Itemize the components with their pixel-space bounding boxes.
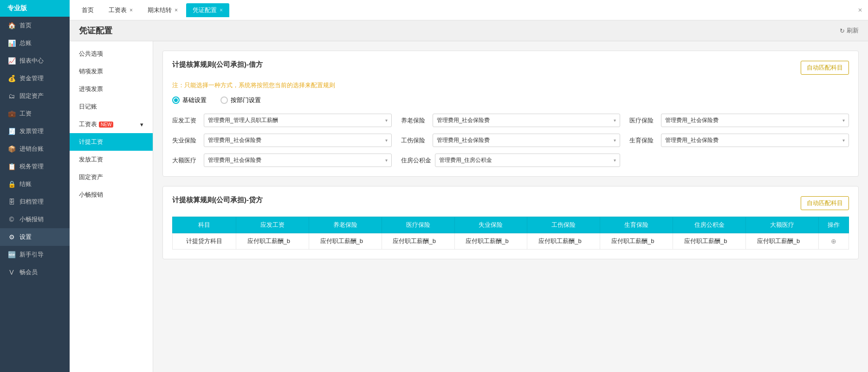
radio-dept-label: 按部门设置 bbox=[231, 96, 261, 104]
cell-value[interactable]: 应付职工薪酬_b bbox=[673, 233, 746, 250]
debit-form-row2: 失业保险 管理费用_社会保险费 ▾ 工伤保险 管理费用_社会保险费 ▾ bbox=[172, 134, 849, 147]
select-sybx[interactable]: 管理费用_社会保险费 ▾ bbox=[204, 134, 392, 147]
cell-value[interactable]: 应付职工薪酬_b bbox=[746, 233, 819, 250]
select-ylbx[interactable]: 管理费用_社会保险费 ▾ bbox=[433, 114, 621, 127]
sidebar-icon-assets: 🗂 bbox=[7, 92, 16, 100]
sidebar-item-member[interactable]: V畅会员 bbox=[0, 263, 70, 281]
left-nav-item-pay_salary[interactable]: 发放工资 bbox=[70, 151, 153, 168]
sidebar-item-tax[interactable]: 📋税务管理 bbox=[0, 158, 70, 175]
debit-section: 计提核算规则(公司承担)-借方 自动匹配科目 注：只能选择一种方式，系统将按照您… bbox=[162, 51, 859, 177]
sidebar-item-purchase[interactable]: 📦进销台账 bbox=[0, 140, 70, 158]
tab-label-period: 期末结转 bbox=[148, 6, 172, 14]
credit-title: 计提核算规则(公司承担)-贷方 bbox=[172, 196, 263, 205]
cell-value[interactable]: 应付职工薪酬_b bbox=[527, 233, 600, 250]
left-nav-item-sales[interactable]: 销项发票 bbox=[70, 63, 153, 80]
left-nav-item-fixed_assets[interactable]: 固定资产 bbox=[70, 168, 153, 186]
sidebar-label-settings: 设置 bbox=[19, 233, 32, 241]
sidebar-label-finance: 资金管理 bbox=[19, 74, 44, 83]
left-nav-item-salary_table[interactable]: 工资表NEW▾ bbox=[70, 115, 153, 133]
tab-close-period[interactable]: × bbox=[175, 7, 178, 13]
label-ylbx: 养老保险 bbox=[401, 116, 429, 125]
select-ylbx2[interactable]: 管理费用_社会保险费 ▾ bbox=[661, 114, 849, 127]
main-content: 计提核算规则(公司承担)-借方 自动匹配科目 注：只能选择一种方式，系统将按照您… bbox=[153, 41, 868, 372]
select-gsbx[interactable]: 管理费用_社会保险费 ▾ bbox=[433, 134, 621, 147]
select-sybx2[interactable]: 管理费用_社会保险费 ▾ bbox=[661, 134, 849, 147]
sidebar-item-report[interactable]: 📈报表中心 bbox=[0, 52, 70, 70]
select-dayl[interactable]: 管理费用_社会保险费 ▾ bbox=[204, 154, 392, 167]
edit-icon[interactable]: ⊕ bbox=[831, 237, 836, 245]
label-gsbx: 工伤保险 bbox=[401, 136, 429, 145]
col-header: 医疗保险 bbox=[382, 217, 454, 233]
sidebar-label-home: 首页 bbox=[19, 21, 32, 30]
col-header: 住房公积金 bbox=[673, 217, 746, 233]
sidebar-item-ledger[interactable]: 📊总账 bbox=[0, 34, 70, 52]
radio-basic[interactable]: 基础设置 bbox=[172, 96, 207, 104]
tab-home[interactable]: 首页 bbox=[75, 3, 100, 17]
tab-period[interactable]: 期末结转× bbox=[141, 3, 184, 17]
sidebar-label-tax: 税务管理 bbox=[19, 162, 44, 171]
tab-salary[interactable]: 工资表× bbox=[102, 3, 139, 17]
sidebar-icon-member: V bbox=[7, 269, 16, 276]
brand-label: 专业版 bbox=[0, 0, 70, 17]
cell-value[interactable]: 应付职工薪酬_b bbox=[309, 233, 382, 250]
label-zfgjj: 住房公积金 bbox=[401, 156, 431, 165]
tab-label-voucher: 凭证配置 bbox=[193, 6, 217, 14]
sidebar-item-finance[interactable]: 💰资金管理 bbox=[0, 70, 70, 87]
table-row: 计提贷方科目应付职工薪酬_b应付职工薪酬_b应付职工薪酬_b应付职工薪酬_b应付… bbox=[173, 233, 849, 250]
field-sybx2: 生育保险 管理费用_社会保险费 ▾ bbox=[629, 134, 849, 147]
col-header: 大额医疗 bbox=[746, 217, 819, 233]
sidebar-label-guide: 新手引导 bbox=[19, 250, 44, 259]
sidebar-item-home[interactable]: 🏠首页 bbox=[0, 17, 70, 34]
cell-value[interactable]: 应付职工薪酬_b bbox=[600, 233, 673, 250]
sidebar-item-closing[interactable]: 🔒结账 bbox=[0, 175, 70, 193]
sidebar-icon-salary: 💼 bbox=[7, 110, 16, 117]
label-dayl: 大额医疗 bbox=[172, 156, 200, 165]
radio-dept[interactable]: 按部门设置 bbox=[220, 96, 261, 104]
cell-text: 应付职工薪酬_b bbox=[751, 237, 806, 245]
left-nav-item-journal[interactable]: 日记账 bbox=[70, 98, 153, 115]
tab-close-voucher[interactable]: × bbox=[220, 7, 223, 13]
sidebar-label-ledger: 总账 bbox=[19, 39, 32, 47]
sidebar-item-archive[interactable]: 🗄归档管理 bbox=[0, 193, 70, 211]
tab-label-home: 首页 bbox=[82, 6, 94, 14]
left-nav-item-purchase_inv[interactable]: 进项发票 bbox=[70, 80, 153, 98]
tab-voucher[interactable]: 凭证配置× bbox=[186, 3, 229, 17]
radio-basic-circle bbox=[172, 96, 180, 104]
sidebar-icon-guide: 🆕 bbox=[7, 251, 16, 258]
sidebar-item-settings[interactable]: ⚙设置 bbox=[0, 228, 70, 246]
left-nav-item-public[interactable]: 公共选项 bbox=[70, 45, 153, 63]
sidebar-label-invoice: 发票管理 bbox=[19, 127, 44, 135]
cell-operation[interactable]: ⊕ bbox=[819, 233, 849, 250]
sidebar-label-salary: 工资 bbox=[19, 109, 32, 118]
cell-value[interactable]: 应付职工薪酬_b bbox=[454, 233, 527, 250]
sidebar-label-assets: 固定资产 bbox=[19, 92, 44, 100]
label-sybx2: 生育保险 bbox=[629, 136, 657, 145]
debit-radio-group: 基础设置 按部门设置 bbox=[172, 96, 849, 104]
sidebar-item-guide[interactable]: 🆕新手引导 bbox=[0, 246, 70, 263]
sidebar-item-assets[interactable]: 🗂固定资产 bbox=[0, 87, 70, 105]
left-nav-label-pay_salary: 发放工资 bbox=[79, 155, 103, 164]
cell-value[interactable]: 应付职工薪酬_b bbox=[236, 233, 309, 250]
left-nav-item-calc_salary[interactable]: 计提工资 bbox=[70, 133, 153, 151]
sidebar-item-salary[interactable]: 💼工资 bbox=[0, 105, 70, 122]
cell-value[interactable]: 应付职工薪酬_b bbox=[382, 233, 454, 250]
select-yfgz[interactable]: 管理费用_管理人员职工薪酬 ▾ bbox=[204, 114, 392, 127]
chevron-sybx: ▾ bbox=[385, 138, 388, 143]
credit-auto-btn[interactable]: 自动匹配科目 bbox=[801, 196, 849, 210]
field-gsbx: 工伤保险 管理费用_社会保险费 ▾ bbox=[401, 134, 621, 147]
sidebar-item-invoice[interactable]: 🧾发票管理 bbox=[0, 122, 70, 140]
left-nav-item-expense[interactable]: 小畅报销 bbox=[70, 186, 153, 204]
left-nav-label-expense: 小畅报销 bbox=[79, 191, 103, 199]
left-nav-label-public: 公共选项 bbox=[79, 50, 103, 58]
debit-auto-btn[interactable]: 自动匹配科目 bbox=[801, 61, 849, 75]
sidebar-label-member: 畅会员 bbox=[19, 268, 38, 276]
sidebar-icon-ledger: 📊 bbox=[7, 39, 16, 47]
refresh-button[interactable]: ↻ 刷新 bbox=[840, 26, 859, 35]
sidebar-label-xiaochang: 小畅报销 bbox=[19, 215, 44, 224]
field-yfgz: 应发工资 管理费用_管理人员职工薪酬 ▾ bbox=[172, 114, 392, 127]
select-zfgjj[interactable]: 管理费用_住房公积金 ▾ bbox=[435, 154, 621, 167]
sidebar-item-xiaochang[interactable]: ©小畅报销 bbox=[0, 211, 70, 228]
label-yfgz: 应发工资 bbox=[172, 116, 200, 125]
close-all-icon[interactable]: ✕ bbox=[858, 7, 862, 13]
tab-close-salary[interactable]: × bbox=[130, 7, 133, 13]
